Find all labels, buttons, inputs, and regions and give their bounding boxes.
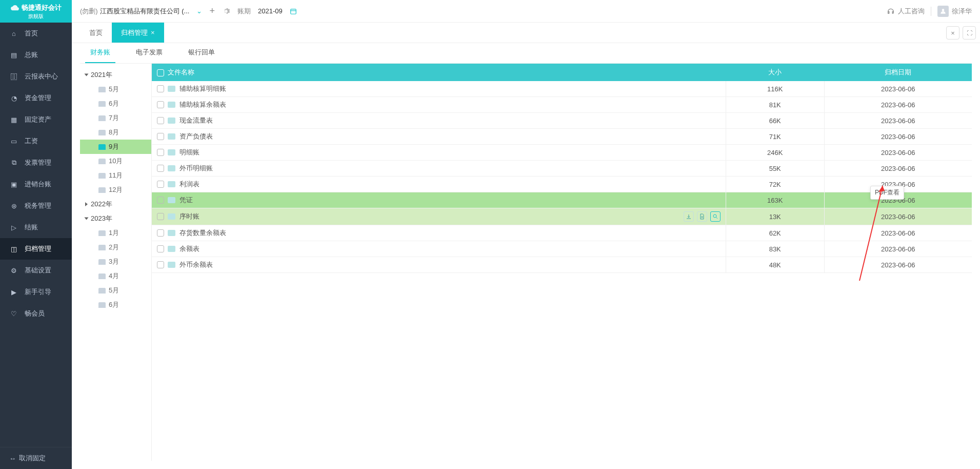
row-checkbox[interactable] xyxy=(157,85,164,92)
consult-link[interactable]: 人工咨询 xyxy=(898,7,925,16)
file-name: 利润表 xyxy=(179,180,199,189)
row-checkbox[interactable] xyxy=(157,117,164,124)
archive-date: 2023-06-06 xyxy=(824,225,972,241)
download-icon[interactable] xyxy=(684,211,694,222)
tree-year[interactable]: 2022年 xyxy=(80,197,151,211)
sidebar-item-purchase[interactable]: ▣进销台账 xyxy=(0,173,72,195)
sidebar-item-close[interactable]: ▷结账 xyxy=(0,217,72,238)
tree-month[interactable]: 2月 xyxy=(80,240,151,255)
sidebar-item-member[interactable]: ♡畅会员 xyxy=(0,303,72,324)
sidebar-item-label: 税务管理 xyxy=(25,201,51,210)
sidebar-item-invoice[interactable]: ⧉发票管理 xyxy=(0,152,72,173)
row-checkbox[interactable] xyxy=(157,245,164,252)
file-icon xyxy=(168,118,175,124)
period-value[interactable]: 2021-09 xyxy=(258,7,283,15)
sidebar-item-guide[interactable]: ▶新手引导 xyxy=(0,281,72,303)
tree-month[interactable]: 11月 xyxy=(80,168,151,183)
pdf-icon[interactable] xyxy=(697,211,707,222)
archive-date: 2023-06-06 xyxy=(824,145,972,161)
tree-month[interactable]: 1月 xyxy=(80,226,151,240)
view-icon[interactable] xyxy=(710,211,721,222)
header-checkbox[interactable] xyxy=(157,69,164,76)
subtab-finance[interactable]: 财务账 xyxy=(85,43,115,63)
table-row[interactable]: 辅助核算明细账116K2023-06-06 xyxy=(152,81,972,97)
sidebar-item-label: 总账 xyxy=(25,50,38,60)
sidebar-item-report[interactable]: ⿲云报表中心 xyxy=(0,66,72,87)
subtab-einvoice[interactable]: 电子发票 xyxy=(131,43,168,63)
tree-month[interactable]: 5月 xyxy=(80,82,151,96)
row-checkbox[interactable] xyxy=(157,133,164,140)
add-company-button[interactable]: + xyxy=(209,6,215,16)
tab-archive[interactable]: 归档管理 × xyxy=(112,23,164,43)
tree-month[interactable]: 6月 xyxy=(80,298,151,312)
tree-year[interactable]: 2021年 xyxy=(80,68,151,82)
file-name: 辅助核算余额表 xyxy=(179,100,226,109)
row-checkbox[interactable] xyxy=(157,181,164,188)
table-row[interactable]: 存货数量余额表62K2023-06-06 xyxy=(152,225,972,241)
close-tab-button[interactable]: × xyxy=(151,29,155,36)
table-row[interactable]: 辅助核算余额表81K2023-06-06 xyxy=(152,97,972,113)
svg-point-4 xyxy=(713,214,716,218)
sidebar-item-home[interactable]: ⌂首页 xyxy=(0,23,72,44)
file-name: 凭证 xyxy=(179,196,193,205)
archive-date: 2023-06-06 xyxy=(824,161,972,177)
tab-home-label: 首页 xyxy=(89,28,103,37)
tree-month[interactable]: 8月 xyxy=(80,125,151,140)
sidebar-item-setting[interactable]: ⚙基础设置 xyxy=(0,260,72,281)
table-row[interactable]: 凭证163K2023-06-06 xyxy=(152,192,972,208)
company-selector[interactable]: (勿删)江西股宝精品有限责任公司 (... xyxy=(80,7,189,16)
file-icon xyxy=(168,133,175,140)
tab-home[interactable]: 首页 xyxy=(80,23,112,43)
tax-icon: ⊛ xyxy=(9,201,18,210)
tree-month[interactable]: 7月 xyxy=(80,111,151,125)
tree-month[interactable]: 5月 xyxy=(80,283,151,298)
avatar[interactable] xyxy=(937,6,949,17)
sidebar-item-ledger[interactable]: ▤总账 xyxy=(0,44,72,66)
row-checkbox[interactable] xyxy=(157,197,164,204)
file-size: 48K xyxy=(726,257,824,273)
logo: 畅捷通好会计 旗舰版 xyxy=(0,0,72,23)
table-row[interactable]: 序时账13K2023-06-06 xyxy=(152,208,972,225)
tree-month[interactable]: 4月 xyxy=(80,269,151,283)
file-size: 55K xyxy=(726,161,824,177)
row-checkbox[interactable] xyxy=(157,213,164,220)
sidebar-item-archive[interactable]: ◫归档管理 xyxy=(0,238,72,260)
table-row[interactable]: 资产负债表71K2023-06-06 xyxy=(152,129,972,145)
calendar-button[interactable] xyxy=(290,8,297,15)
sidebar-item-asset[interactable]: ▦固定资产 xyxy=(0,109,72,130)
month-label: 9月 xyxy=(109,142,119,151)
table-row[interactable]: 外币余额表48K2023-06-06 xyxy=(152,257,972,273)
table-row[interactable]: 外币明细账55K2023-06-06 xyxy=(152,161,972,177)
archive-date: 2023-06-06 xyxy=(824,257,972,273)
table-row[interactable]: 利润表72K2023-06-06 xyxy=(152,177,972,192)
company-prefix: (勿删) xyxy=(80,7,98,15)
subtab-bankslip[interactable]: 银行回单 xyxy=(183,43,220,63)
folder-tree: 2021年5月6月7月8月9月10月11月12月2022年2023年1月2月3月… xyxy=(80,64,152,461)
row-checkbox[interactable] xyxy=(157,149,164,156)
sidebar-item-fund[interactable]: ◔资金管理 xyxy=(0,87,72,109)
tree-month[interactable]: 10月 xyxy=(80,154,151,168)
table-row[interactable]: 现金流量表66K2023-06-06 xyxy=(152,113,972,129)
sidebar-item-salary[interactable]: ▭工资 xyxy=(0,130,72,152)
row-checkbox[interactable] xyxy=(157,101,164,108)
close-all-tabs-button[interactable]: × xyxy=(946,26,959,40)
sidebar-item-label: 进销台账 xyxy=(25,180,51,189)
table-row[interactable]: 明细账246K2023-06-06 xyxy=(152,145,972,161)
tree-year[interactable]: 2023年 xyxy=(80,211,151,226)
fullscreen-button[interactable]: ⛶ xyxy=(963,26,976,40)
row-checkbox[interactable] xyxy=(157,261,164,268)
tree-month[interactable]: 9月 xyxy=(80,140,151,154)
company-setting-button[interactable] xyxy=(222,7,230,15)
username[interactable]: 徐泽华 xyxy=(952,7,972,16)
tree-month[interactable]: 6月 xyxy=(80,96,151,111)
table-row[interactable]: 余额表83K2023-06-06 xyxy=(152,241,972,257)
row-checkbox[interactable] xyxy=(157,229,164,237)
tree-month[interactable]: 3月 xyxy=(80,255,151,269)
sidebar-item-tax[interactable]: ⊛税务管理 xyxy=(0,195,72,217)
company-dropdown[interactable]: ⌄ xyxy=(196,7,202,15)
file-name: 辅助核算明细账 xyxy=(179,84,226,93)
tree-month[interactable]: 12月 xyxy=(80,183,151,197)
archive-icon: ◫ xyxy=(9,244,18,253)
row-checkbox[interactable] xyxy=(157,165,164,172)
unpin-button[interactable]: ↔ 取消固定 xyxy=(0,447,72,469)
